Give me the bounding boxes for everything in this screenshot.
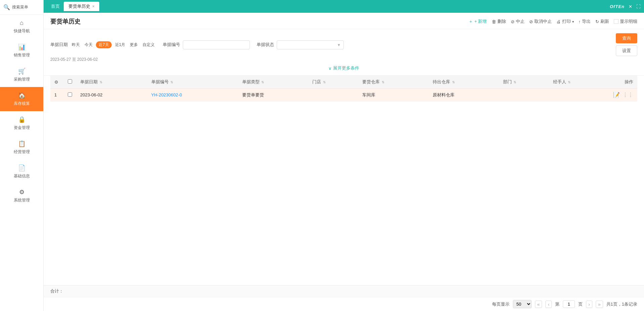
date-btn-today[interactable]: 今天 bbox=[83, 41, 94, 48]
row-edit-icon[interactable]: 📝 bbox=[613, 92, 620, 98]
search-icon: 🔍 bbox=[3, 4, 10, 10]
date-filters: 昨天 今天 近7天 近1月 更多 自定义 bbox=[70, 41, 156, 48]
page-label: 第 bbox=[555, 301, 559, 307]
delete-button[interactable]: 🗑 删除 bbox=[492, 18, 506, 25]
content: 要货单历史 ＋ + 新增 🗑 删除 ⊘ 中止 ⊘ bbox=[44, 13, 644, 311]
cancel-stop-icon: ⊘ bbox=[529, 19, 533, 24]
doc-status-label: 单据状态 bbox=[257, 42, 274, 48]
doc-date-label: 单据日期 bbox=[50, 42, 68, 48]
pagination-bar: 每页显示 50 100 200 « ‹ 第 1 页 › » 共1页，1条记录 bbox=[44, 297, 644, 311]
tab-bar: 首页 要货单历史 × OfTEn ✕ ⛶ bbox=[44, 0, 644, 13]
sort-req-warehouse-icon[interactable]: ⇅ bbox=[382, 80, 384, 84]
select-all-checkbox[interactable] bbox=[68, 79, 72, 84]
cart-icon: 🛒 bbox=[18, 68, 25, 75]
sort-pending-warehouse-icon[interactable]: ⇅ bbox=[452, 80, 455, 84]
first-page-button[interactable]: « bbox=[535, 301, 542, 308]
th-pending-warehouse: 待出仓库 ⇅ bbox=[429, 76, 499, 89]
sidebar-item-basic[interactable]: 📄 基础信息 bbox=[0, 160, 43, 184]
th-settings[interactable]: ⚙ bbox=[50, 76, 64, 89]
sort-shop-icon[interactable]: ⇅ bbox=[323, 80, 326, 84]
cell-req-warehouse: 车间库 bbox=[358, 89, 429, 101]
sidebar-item-label: 采购管理 bbox=[14, 77, 30, 82]
sidebar: 🔍 搜索菜单 ⌂ 快捷导航 📊 销售管理 🛒 采购管理 🏠 库存核算 🔒 资金管… bbox=[0, 0, 44, 311]
date-btn-7days[interactable]: 近7天 bbox=[96, 41, 112, 48]
th-checkbox bbox=[64, 76, 76, 89]
sidebar-item-finance[interactable]: 🔒 资金管理 bbox=[0, 111, 43, 135]
tab-home[interactable]: 首页 bbox=[47, 3, 64, 9]
sort-doc-date-icon[interactable]: ⇅ bbox=[100, 80, 102, 84]
cell-checkbox bbox=[64, 89, 76, 101]
expand-more-button[interactable]: ∨ 展开更多条件 bbox=[50, 65, 637, 71]
stop-button[interactable]: ⊘ 中止 bbox=[511, 18, 525, 25]
chart-icon: 📊 bbox=[18, 43, 25, 51]
date-range: 2023-05-27 至 2023-06-02 bbox=[50, 57, 637, 62]
print-button[interactable]: 🖨 打印 ▾ bbox=[556, 18, 574, 25]
cell-handler bbox=[549, 89, 609, 101]
cell-index: 1 bbox=[50, 89, 64, 101]
sort-doc-no-icon[interactable]: ⇅ bbox=[170, 80, 173, 84]
tab-close-icon[interactable]: × bbox=[92, 4, 95, 9]
doc-no-input[interactable] bbox=[183, 40, 250, 49]
export-button[interactable]: ↑ 导出 bbox=[579, 18, 591, 25]
maximize-icon[interactable]: ⛶ bbox=[636, 4, 641, 9]
page-title: 要货单历史 bbox=[50, 17, 80, 26]
next-page-button[interactable]: › bbox=[586, 301, 592, 308]
row-actions: 📝 ⋮⋮ bbox=[613, 92, 633, 98]
expand-more-label: 展开更多条件 bbox=[333, 65, 359, 71]
sidebar-item-operation[interactable]: 📋 经营管理 bbox=[0, 135, 43, 160]
sidebar-search-label: 搜索菜单 bbox=[12, 4, 28, 10]
page-input[interactable]: 1 bbox=[563, 300, 575, 308]
doc-no-link[interactable]: YH-20230602-0 bbox=[151, 92, 182, 97]
cancel-stop-button[interactable]: ⊘ 取消中止 bbox=[529, 18, 552, 25]
sidebar-item-inventory[interactable]: 🏠 库存核算 bbox=[0, 87, 43, 111]
sidebar-item-quick-nav[interactable]: ⌂ 快捷导航 bbox=[0, 15, 43, 39]
last-page-button[interactable]: » bbox=[596, 301, 603, 308]
date-btn-custom[interactable]: 自定义 bbox=[141, 41, 156, 48]
sort-department-icon[interactable]: ⇅ bbox=[514, 80, 516, 84]
prev-page-button[interactable]: ‹ bbox=[545, 301, 552, 308]
doc-status-select[interactable]: ▾ bbox=[277, 40, 344, 49]
date-btn-more[interactable]: 更多 bbox=[128, 41, 139, 48]
brand-label: OfTEn bbox=[610, 4, 625, 9]
sidebar-item-label: 经营管理 bbox=[14, 149, 30, 155]
th-department: 部门 ⇅ bbox=[499, 76, 549, 89]
doc-icon: 📄 bbox=[18, 164, 25, 172]
cell-shop bbox=[308, 89, 358, 101]
show-detail-checkbox[interactable] bbox=[614, 19, 619, 24]
sidebar-item-purchase[interactable]: 🛒 采购管理 bbox=[0, 63, 43, 87]
per-page-select[interactable]: 50 100 200 bbox=[513, 300, 532, 308]
cell-doc-date: 2023-06-02 bbox=[76, 89, 147, 101]
row-checkbox[interactable] bbox=[68, 92, 72, 97]
sidebar-item-sales[interactable]: 📊 销售管理 bbox=[0, 39, 43, 63]
sort-handler-icon[interactable]: ⇅ bbox=[568, 80, 571, 84]
sort-doc-type-icon[interactable]: ⇅ bbox=[261, 80, 264, 84]
settings-button[interactable]: 设置 bbox=[616, 45, 637, 56]
date-btn-yesterday[interactable]: 昨天 bbox=[70, 41, 81, 48]
page-suffix: 页 bbox=[578, 301, 583, 307]
tab-label: 要货单历史 bbox=[68, 3, 90, 9]
per-page-label: 每页显示 bbox=[492, 301, 509, 307]
th-doc-no: 单据编号 ⇅ bbox=[147, 76, 238, 89]
th-handler: 经手人 ⇅ bbox=[549, 76, 609, 89]
tab-active[interactable]: 要货单历史 × bbox=[64, 2, 99, 11]
sidebar-item-label: 系统管理 bbox=[14, 197, 30, 203]
sidebar-item-system[interactable]: ⚙ 系统管理 bbox=[0, 184, 43, 208]
th-doc-date: 单据日期 ⇅ bbox=[76, 76, 147, 89]
row-detail-icon[interactable]: ⋮⋮ bbox=[623, 92, 633, 98]
sidebar-item-label: 销售管理 bbox=[14, 52, 30, 58]
show-detail-button[interactable]: 显示明细 bbox=[614, 18, 637, 25]
sidebar-item-label: 快捷导航 bbox=[14, 28, 30, 34]
refresh-button[interactable]: ↻ 刷新 bbox=[595, 18, 609, 25]
print-icon: 🖨 bbox=[556, 19, 561, 24]
tab-bar-right: OfTEn ✕ ⛶ bbox=[610, 4, 641, 9]
close-window-icon[interactable]: ✕ bbox=[629, 4, 632, 9]
query-button[interactable]: 查询 bbox=[616, 33, 637, 43]
date-btn-1month[interactable]: 近1月 bbox=[114, 41, 127, 48]
export-icon: ↑ bbox=[579, 19, 581, 24]
new-button[interactable]: ＋ + 新增 bbox=[469, 18, 487, 25]
sidebar-item-label: 基础信息 bbox=[14, 173, 30, 179]
table-settings-icon[interactable]: ⚙ bbox=[54, 80, 58, 85]
sidebar-search[interactable]: 🔍 搜索菜单 bbox=[0, 0, 43, 15]
doc-date-filter: 单据日期 昨天 今天 近7天 近1月 更多 自定义 bbox=[50, 41, 156, 48]
table-footer: 合计： bbox=[44, 285, 644, 297]
